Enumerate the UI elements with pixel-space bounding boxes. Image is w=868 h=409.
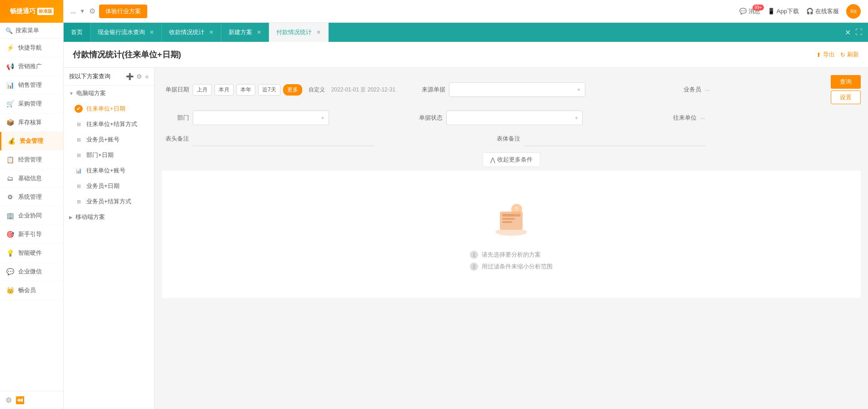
trial-btn[interactable]: 体验行业方案 — [99, 5, 147, 18]
tab-close-new-scheme[interactable]: ✕ — [257, 29, 261, 35]
refresh-btn[interactable]: ↻ 刷新 — [840, 50, 859, 59]
scheme-item-label-partner-date: 往来单位+日期 — [86, 105, 125, 113]
scheme-group-desktop: ▼电脑端方案✔往来单位+日期⊞往来单位+结算方式⊞业务员+账号⊞部门+日期📊往来… — [64, 86, 154, 209]
tip-num-1: 1 — [470, 251, 478, 259]
refresh-icon: ↻ — [840, 51, 845, 58]
scheme-item-dept-date[interactable]: ⊞部门+日期 — [64, 147, 154, 163]
sidebar-label-basic-info: 基础信息 — [18, 174, 42, 182]
this-year-btn[interactable]: 本年 — [236, 84, 255, 96]
tab-income-stat[interactable]: 收款情况统计✕ — [162, 23, 221, 42]
dept-select[interactable]: ▼ — [193, 111, 329, 125]
scheme-item-staff-settle[interactable]: ⊞业务员+结算方式 — [64, 194, 154, 209]
message-btn[interactable]: 💬 消息 99+ — [739, 7, 760, 15]
tab-label-new-scheme: 新建方案 — [229, 28, 252, 36]
sidebar-item-inventory[interactable]: 📦库存核算 — [0, 113, 63, 132]
sidebar-item-system[interactable]: ⚙系统管理 — [0, 188, 63, 207]
sidebar-label-company: 企业协同 — [18, 212, 42, 220]
sidebar-item-purchase[interactable]: 🛒采购管理 — [0, 95, 63, 113]
collapse-scheme-icon[interactable]: « — [145, 73, 149, 80]
sidebar-search[interactable]: 🔍 搜索菜单 — [0, 23, 63, 39]
dept-group: 部门 ▼ — [162, 111, 408, 125]
sidebar-label-quick-nav: 快捷导航 — [18, 44, 42, 52]
tab-close-pay-stat[interactable]: ✕ — [316, 29, 321, 35]
tab-pay-stat[interactable]: 付款情况统计✕ — [269, 23, 329, 42]
date-options: 上月 本月 本年 近7天 更多 自定义 2022-01-01 至 2022-12… — [193, 84, 395, 96]
filter-settings-btn[interactable]: 设置 — [831, 91, 861, 104]
body-note-input[interactable] — [524, 131, 706, 146]
last-month-btn[interactable]: 上月 — [193, 84, 212, 96]
staff-ellipsis[interactable]: ··· — [705, 86, 710, 93]
sidebar-label-finance: 资金管理 — [20, 137, 43, 145]
voucher-status-group: 单据状态 ▼ — [415, 111, 662, 125]
scheme-item-staff-date[interactable]: ⊞业务员+日期 — [64, 178, 154, 194]
scheme-item-label-dept-date: 部门+日期 — [86, 151, 114, 159]
staff-label: 业务员 — [674, 86, 701, 94]
voucher-status-select[interactable]: ▼ — [446, 111, 583, 125]
tab-label-income-stat: 收款情况统计 — [169, 28, 205, 36]
scheme-settings-icon[interactable]: ⚙ — [136, 73, 142, 80]
maximize-icon[interactable]: ⛶ — [855, 28, 863, 36]
scheme-item-staff-account[interactable]: ⊞业务员+账号 — [64, 132, 154, 147]
collapse-up-icon: ⋀ — [490, 157, 495, 163]
more-btn[interactable]: 更多 — [283, 84, 302, 96]
body-note-label: 表体备注 — [493, 135, 520, 143]
head-note-label: 表头备注 — [162, 135, 189, 143]
sidebar-item-finance[interactable]: 💰资金管理 — [0, 132, 63, 151]
sidebar-item-marketing[interactable]: 📢营销推广 — [0, 57, 63, 76]
sidebar-item-hardware[interactable]: 💡智能硬件 — [0, 244, 63, 263]
last7-btn[interactable]: 近7天 — [258, 84, 280, 96]
filter-row-3: 表头备注 表体备注 — [162, 131, 861, 146]
sidebar-item-sales[interactable]: 📊销售管理 — [0, 76, 63, 95]
sidebar-icon-purchase: 🛒 — [5, 99, 15, 108]
sidebar-item-guide[interactable]: 🎯新手引导 — [0, 225, 63, 244]
online-service-btn[interactable]: 🎧 在线客服 — [806, 7, 839, 15]
scheme-item-partner-settle[interactable]: ⊞往来单位+结算方式 — [64, 116, 154, 132]
sidebar-item-quick-nav[interactable]: ⚡快捷导航 — [0, 39, 63, 57]
sidebar-gear-icon[interactable]: ⚙ — [5, 396, 12, 404]
collapse-conditions: ⋀ 收起更多条件 — [162, 152, 861, 167]
tab-home[interactable]: 首页 — [64, 23, 90, 42]
scheme-group-header-mobile[interactable]: ▶移动端方案 — [64, 209, 154, 225]
export-btn[interactable]: ⬆ 导出 — [816, 50, 835, 59]
scheme-panel-label: 按以下方案查询 — [69, 72, 110, 81]
close-tab-icon[interactable]: ✕ — [845, 28, 851, 37]
sidebar-item-company[interactable]: 🏢企业协同 — [0, 207, 63, 225]
sidebar-item-member[interactable]: 👑畅会员 — [0, 281, 63, 300]
svg-text:?: ? — [515, 206, 518, 212]
sidebar-label-wechat: 企业微信 — [18, 268, 42, 276]
staff-group-1: 业务员 ··· — [674, 86, 823, 94]
scheme-group-header-desktop[interactable]: ▼电脑端方案 — [64, 86, 154, 101]
head-note-input[interactable] — [193, 131, 374, 146]
sidebar-item-wechat[interactable]: 💬企业微信 — [0, 263, 63, 281]
tab-close-bank-flow[interactable]: ✕ — [150, 29, 154, 35]
topbar-gear-icon[interactable]: ⚙ — [89, 7, 95, 15]
scheme-item-partner-date[interactable]: ✔往来单位+日期 — [64, 101, 154, 116]
tab-new-scheme[interactable]: 新建方案✕ — [221, 23, 269, 42]
sidebar-item-operation[interactable]: 📋经营管理 — [0, 151, 63, 169]
filter-row-2: 部门 ▼ 单据状态 ▼ 往来单位 ··· — [162, 111, 861, 125]
scheme-item-partner-account[interactable]: 📊往来单位+账号 — [64, 163, 154, 178]
sidebar-item-basic-info[interactable]: 🗂基础信息 — [0, 169, 63, 188]
query-btn[interactable]: 查询 — [831, 75, 861, 89]
collapse-conditions-btn[interactable]: ⋀ 收起更多条件 — [483, 152, 540, 167]
tab-close-income-stat[interactable]: ✕ — [209, 29, 214, 35]
source-select[interactable]: ▼ — [449, 82, 585, 97]
partner-ellipsis[interactable]: ··· — [700, 115, 705, 121]
app-download-btn[interactable]: 📱 App下载 — [768, 7, 799, 15]
topbar-left: ... ▼ ⚙ 体验行业方案 — [71, 5, 734, 18]
scheme-item-icon-staff-settle: ⊞ — [75, 197, 83, 206]
custom-btn[interactable]: 自定义 — [305, 85, 329, 95]
scheme-item-label-staff-account: 业务员+账号 — [86, 136, 120, 144]
sidebar-icon-basic-info: 🗂 — [5, 174, 15, 183]
sidebar-icon-marketing: 📢 — [5, 62, 15, 71]
this-month-btn[interactable]: 本月 — [215, 84, 234, 96]
company-dropdown-icon[interactable]: ▼ — [80, 8, 85, 15]
sidebar-icon-wechat: 💬 — [5, 267, 15, 276]
add-scheme-icon[interactable]: ➕ — [126, 73, 134, 80]
topbar-right: 💬 消息 99+ 📱 App下载 🎧 在线客服 Rit — [739, 4, 861, 19]
voucher-date-label: 单据日期 — [162, 86, 189, 94]
user-avatar[interactable]: Rit — [846, 4, 861, 19]
company-name: ... — [71, 8, 76, 15]
sidebar-collapse-icon[interactable]: ⏪ — [15, 396, 25, 404]
tab-bank-flow[interactable]: 现金银行流水查询✕ — [90, 23, 162, 42]
